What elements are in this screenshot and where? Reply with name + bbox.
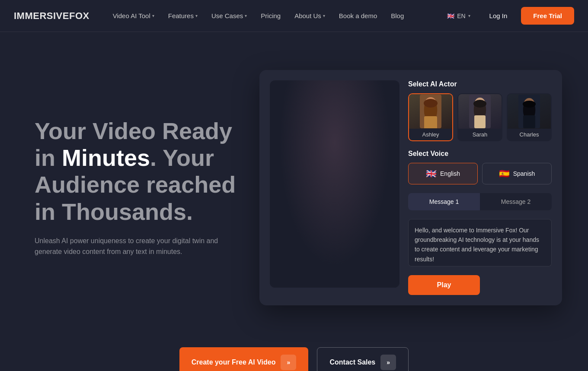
actor-thumb-charles (508, 94, 551, 129)
svg-rect-24 (523, 115, 535, 128)
svg-point-21 (473, 100, 486, 108)
nav-links: Video AI Tool ▾ Features ▾ Use Cases ▾ P… (107, 9, 442, 23)
actor-card-sarah[interactable]: Sarah (457, 93, 502, 141)
nav-item-use-cases[interactable]: Use Cases ▾ (205, 9, 253, 23)
chevron-down-icon: ▾ (152, 13, 154, 18)
hero-left: Your Video Ready in Minutes. Your Audien… (35, 117, 259, 257)
hero-right: Select AI Actor (259, 70, 562, 305)
message-section: Message 1 Message 2 (408, 193, 552, 210)
select-actor-title: Select AI Actor (408, 80, 552, 88)
controls-panel: Select AI Actor (408, 80, 552, 295)
create-free-video-button[interactable]: Create your Free AI Video » (179, 347, 309, 371)
svg-rect-16 (424, 116, 437, 128)
voice-grid: 🇬🇧 English 🇪🇸 Spanish (408, 163, 552, 184)
login-button[interactable]: Log In (481, 9, 516, 23)
logo-fox: FOX (69, 10, 89, 21)
actor-name-charles: Charles (508, 129, 551, 140)
flag-uk-icon: 🇬🇧 (426, 168, 437, 179)
flag-spain-icon: 🇪🇸 (499, 168, 510, 179)
arrows-icon: » (281, 355, 296, 370)
chevron-down-icon: ▾ (245, 13, 247, 18)
play-button[interactable]: Play (408, 275, 480, 295)
message-tab-2[interactable]: Message 2 (480, 193, 552, 210)
chevron-down-icon: ▾ (195, 13, 198, 18)
flag-uk-icon: 🇬🇧 (447, 13, 454, 19)
nav-item-blog[interactable]: Blog (385, 9, 410, 23)
arrows-icon: » (380, 355, 396, 370)
actor-selector-section: Select AI Actor (408, 80, 552, 141)
svg-point-17 (424, 99, 438, 108)
cta-section: Create your Free AI Video » Contact Sale… (0, 334, 588, 371)
nav-item-book-demo[interactable]: Book a demo (333, 9, 383, 23)
demo-card: Select AI Actor (259, 70, 562, 305)
actor-name-sarah: Sarah (458, 129, 502, 140)
contact-sales-button[interactable]: Contact Sales » (317, 347, 409, 371)
nav-item-features[interactable]: Features ▾ (162, 9, 204, 23)
message-tabs: Message 1 Message 2 (408, 193, 552, 210)
actor-thumb-ashley (409, 94, 452, 129)
select-voice-title: Select Voice (408, 150, 552, 158)
message-textarea[interactable]: Hello, and welcome to Immersive Fox! Our… (408, 219, 552, 266)
nav-right: 🇬🇧 EN ▾ Log In Free Trial (442, 7, 574, 25)
voice-spanish-button[interactable]: 🇪🇸 Spanish (482, 163, 552, 184)
voice-selector-section: Select Voice 🇬🇧 English 🇪🇸 Spanish (408, 150, 552, 184)
actor-grid: Ashley (408, 93, 552, 141)
chevron-down-icon: ▾ (468, 13, 470, 18)
nav-item-video-ai-tool[interactable]: Video AI Tool ▾ (107, 9, 160, 23)
actor-video-preview (270, 80, 399, 288)
language-selector[interactable]: 🇬🇧 EN ▾ (442, 9, 475, 23)
hero-title: Your Video Ready in Minutes. Your Audien… (35, 117, 242, 225)
navbar: IMMERSIVEFOX Video AI Tool ▾ Features ▾ … (0, 0, 588, 32)
hero-section: Your Video Ready in Minutes. Your Audien… (0, 32, 588, 334)
free-trial-button[interactable]: Free Trial (521, 7, 574, 25)
svg-rect-20 (474, 115, 486, 128)
actor-card-ashley[interactable]: Ashley (408, 93, 453, 141)
message-tab-1[interactable]: Message 1 (408, 193, 480, 210)
chevron-down-icon: ▾ (323, 13, 325, 18)
actor-card-charles[interactable]: Charles (507, 93, 552, 141)
logo-immersive: IMMERSIVE (14, 10, 69, 21)
logo[interactable]: IMMERSIVEFOX (14, 10, 89, 22)
hero-subtitle: Unleash AI power uniqueness to create yo… (35, 235, 225, 257)
svg-point-25 (523, 101, 536, 108)
actor-name-ashley: Ashley (409, 129, 452, 140)
voice-english-button[interactable]: 🇬🇧 English (408, 163, 478, 184)
nav-item-about-us[interactable]: About Us ▾ (288, 9, 331, 23)
nav-item-pricing[interactable]: Pricing (255, 9, 287, 23)
actor-thumb-sarah (458, 94, 502, 129)
